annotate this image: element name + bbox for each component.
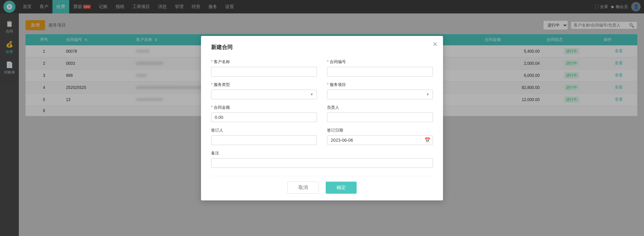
contract-amount-label: 合同金额 [211, 105, 317, 110]
contract-no-input[interactable] [327, 67, 433, 77]
modal-title: 新建合同 [211, 44, 433, 51]
confirm-button[interactable]: 确定 [326, 182, 357, 194]
sign-date-label: 签订日期 [327, 128, 433, 133]
field-responsible: 负责人 [327, 105, 433, 122]
modal-footer: 取消 确定 [211, 176, 433, 194]
cancel-button[interactable]: 取消 [287, 182, 319, 194]
responsible-input[interactable] [327, 112, 433, 122]
remark-label: 备注 [211, 150, 433, 156]
modal-overlay: 新建合同 ✕ 客户名称 合同编号 服务类型 ▼ 服务项目 [0, 0, 644, 236]
sign-date-wrap: 📅 [327, 135, 433, 145]
contract-amount-input[interactable] [211, 112, 317, 122]
remark-input[interactable] [211, 158, 433, 168]
service-item-select[interactable] [327, 90, 433, 99]
signer-input[interactable] [211, 135, 317, 145]
field-service-type: 服务类型 ▼ [211, 82, 317, 99]
customer-name-input[interactable] [211, 67, 317, 77]
service-item-select-wrap: ▼ [327, 90, 433, 99]
signer-label: 签订人 [211, 128, 317, 133]
field-sign-date: 签订日期 📅 [327, 128, 433, 145]
field-customer-name: 客户名称 [211, 59, 317, 77]
service-item-label: 服务项目 [327, 82, 433, 88]
field-signer: 签订人 [211, 128, 317, 145]
service-type-select[interactable] [211, 90, 317, 99]
sign-date-input[interactable] [327, 135, 433, 145]
field-contract-amount: 合同金额 [211, 105, 317, 122]
customer-name-label: 客户名称 [211, 59, 317, 65]
service-type-label: 服务类型 [211, 82, 317, 88]
responsible-label: 负责人 [327, 105, 433, 110]
field-contract-no: 合同编号 [327, 59, 433, 77]
service-type-select-wrap: ▼ [211, 90, 317, 99]
contract-no-label: 合同编号 [327, 59, 433, 65]
form-grid: 客户名称 合同编号 服务类型 ▼ 服务项目 ▼ [211, 59, 433, 168]
field-remark: 备注 [211, 150, 433, 168]
new-contract-modal: 新建合同 ✕ 客户名称 合同编号 服务类型 ▼ 服务项目 [201, 36, 443, 200]
field-service-item: 服务项目 ▼ [327, 82, 433, 99]
modal-close-button[interactable]: ✕ [433, 41, 438, 48]
